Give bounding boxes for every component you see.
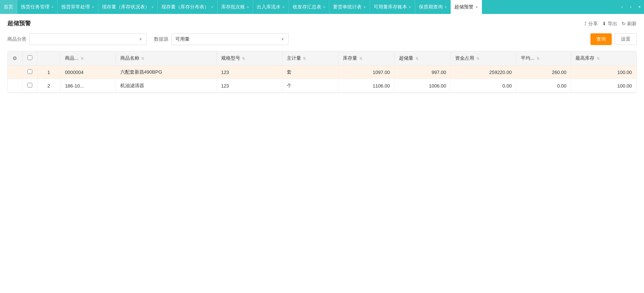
query-button[interactable]: 查询 (590, 33, 612, 45)
close-nav-overstock[interactable]: × (475, 5, 477, 9)
nav-bar: 首页 拣货任务管理 × 拣货异常处理 × 现存量（库存状况表） × 现存量（库存… (0, 0, 644, 14)
nav-overstock[interactable]: 超储预警 × (451, 0, 482, 14)
td-unit-1: 个 (282, 79, 338, 93)
td-spec-0: 123 (216, 66, 282, 79)
close-nav-task-mgmt[interactable]: × (51, 5, 54, 9)
nav-inout-flow[interactable]: 出入库流水 × (253, 0, 289, 14)
th-spec[interactable]: 规格型号 ⇅ (216, 51, 282, 66)
sort-product-code-icon: ⇅ (81, 56, 84, 60)
td-overstock-1: 1006.00 (395, 79, 451, 93)
td-stock-0: 1097.00 (338, 66, 394, 79)
nav-quality[interactable]: 保质期查询 × (415, 0, 451, 14)
th-max-stock[interactable]: 最高库存 ⇅ (571, 51, 636, 66)
nav-arrow-close[interactable]: × (635, 0, 644, 14)
filter-actions: 查询 设置 (590, 33, 637, 45)
sort-stock-icon: ⇅ (359, 56, 362, 60)
nav-order-stat[interactable]: 要货单统计表 × (329, 0, 370, 14)
share-action[interactable]: ⤴ 分享 (584, 21, 598, 27)
th-product-code[interactable]: 商品... ⇅ (61, 51, 116, 66)
td-product-code-0: 0000004 (61, 66, 116, 79)
td-max-stock-1: 100.00 (571, 79, 636, 93)
nav-batch[interactable]: 库存批次账 × (217, 0, 253, 14)
td-capital-0: 259220.00 (451, 66, 516, 79)
refresh-icon: ↻ (622, 21, 626, 26)
page-content: 超储预警 ⤴ 分享 ⬇ 导出 ↻ 刷新 商品分类 ▼ 数据源 (0, 14, 644, 293)
td-product-name-1: 机油滤清器 (116, 79, 216, 93)
sort-avg-icon: ⇅ (537, 56, 539, 60)
sort-max-stock-icon: ⇅ (597, 56, 600, 60)
nav-arrow-right[interactable]: › (626, 0, 635, 14)
nav-home[interactable]: 首页 (0, 0, 17, 14)
settings-button[interactable]: 设置 (615, 33, 637, 45)
close-nav-batch[interactable]: × (247, 5, 249, 9)
th-avg[interactable]: 平均... ⇅ (516, 51, 571, 66)
nav-avail-stock[interactable]: 可用量库存账本 × (370, 0, 415, 14)
refresh-action[interactable]: ↻ 刷新 (622, 21, 637, 27)
filter-area: 商品分类 ▼ 数据源 可用量 ▼ 查询 设置 (7, 33, 637, 45)
close-nav-avail-stock[interactable]: × (409, 5, 411, 9)
nav-exception[interactable]: 拣货异常处理 × (58, 0, 98, 14)
th-seq (37, 51, 61, 66)
export-icon: ⬇ (602, 21, 606, 26)
td-settings-0 (8, 66, 22, 79)
th-settings[interactable]: ⚙ (8, 51, 22, 66)
table-row: 2 186-10... 机油滤清器 123 个 1106.00 1006.00 … (8, 79, 636, 93)
share-icon: ⤴ (584, 21, 587, 26)
td-product-name-0: 六配套新昌490BPG (116, 66, 216, 79)
table-container: ⚙ 商品... ⇅ 商品名称 ⇅ 规格型号 (7, 51, 637, 93)
close-nav-recv-send[interactable]: × (323, 5, 325, 9)
close-nav-inout-flow[interactable]: × (282, 5, 285, 9)
td-seq-0: 1 (37, 66, 61, 79)
td-avg-0: 260.00 (516, 66, 571, 79)
nav-arrows: ‹ › × (618, 0, 644, 14)
datasource-value: 可用量 (175, 36, 190, 42)
category-label: 商品分类 (7, 36, 26, 42)
category-arrow-icon: ▼ (139, 37, 143, 41)
category-filter-group: 商品分类 ▼ (7, 33, 147, 45)
row-checkbox-1[interactable] (28, 83, 32, 88)
datasource-filter-group: 数据源 可用量 ▼ (154, 33, 289, 45)
datasource-arrow-icon: ▼ (281, 37, 285, 41)
td-checkbox-1[interactable] (22, 79, 37, 93)
select-all-checkbox[interactable] (28, 55, 32, 60)
sort-spec-icon: ⇅ (242, 56, 245, 60)
td-stock-1: 1106.00 (338, 79, 394, 93)
close-nav-quality[interactable]: × (444, 5, 447, 9)
sort-product-name-icon: ⇅ (141, 56, 144, 60)
td-overstock-0: 997.00 (395, 66, 451, 79)
nav-stock-dist[interactable]: 现存量（库存分布表） × (158, 0, 217, 14)
td-spec-1: 123 (216, 79, 282, 93)
close-nav-stock-status[interactable]: × (151, 5, 154, 9)
td-product-code-1: 186-10... (61, 79, 116, 93)
close-nav-exception[interactable]: × (92, 5, 94, 9)
close-nav-stock-dist[interactable]: × (211, 5, 213, 9)
th-unit[interactable]: 主计量 ⇅ (282, 51, 338, 66)
table-body: 1 0000004 六配套新昌490BPG 123 套 1097.00 997.… (8, 66, 636, 93)
th-stock[interactable]: 库存量 ⇅ (338, 51, 394, 66)
td-checkbox-0[interactable] (22, 66, 37, 79)
th-product-name[interactable]: 商品名称 ⇅ (116, 51, 216, 66)
export-action[interactable]: ⬇ 导出 (602, 21, 617, 27)
td-seq-1: 2 (37, 79, 61, 93)
td-settings-1 (8, 79, 22, 93)
nav-stock-status[interactable]: 现存量（库存状况表） × (98, 0, 158, 14)
close-nav-order-stat[interactable]: × (363, 5, 366, 9)
page-title: 超储预警 (7, 20, 31, 27)
nav-arrow-left[interactable]: ‹ (618, 0, 626, 14)
settings-gear-icon[interactable]: ⚙ (12, 55, 17, 61)
header-actions: ⤴ 分享 ⬇ 导出 ↻ 刷新 (584, 21, 637, 27)
sort-capital-icon: ⇅ (476, 56, 479, 60)
sort-overstock-icon: ⇅ (416, 56, 418, 60)
row-checkbox-0[interactable] (28, 69, 32, 74)
page-header: 超储预警 ⤴ 分享 ⬇ 导出 ↻ 刷新 (7, 20, 637, 27)
td-avg-1: 0.00 (516, 79, 571, 93)
th-checkbox (22, 51, 37, 66)
nav-recv-send[interactable]: 收发存汇总表 × (289, 0, 329, 14)
category-select[interactable]: ▼ (29, 33, 147, 45)
table-header-row: ⚙ 商品... ⇅ 商品名称 ⇅ 规格型号 (8, 51, 636, 66)
th-overstock[interactable]: 超储量 ⇅ (395, 51, 451, 66)
nav-task-mgmt[interactable]: 拣货任务管理 × (17, 0, 58, 14)
td-max-stock-0: 100.00 (571, 66, 636, 79)
th-capital[interactable]: 资金占用 ⇅ (451, 51, 516, 66)
datasource-select[interactable]: 可用量 ▼ (171, 33, 289, 45)
